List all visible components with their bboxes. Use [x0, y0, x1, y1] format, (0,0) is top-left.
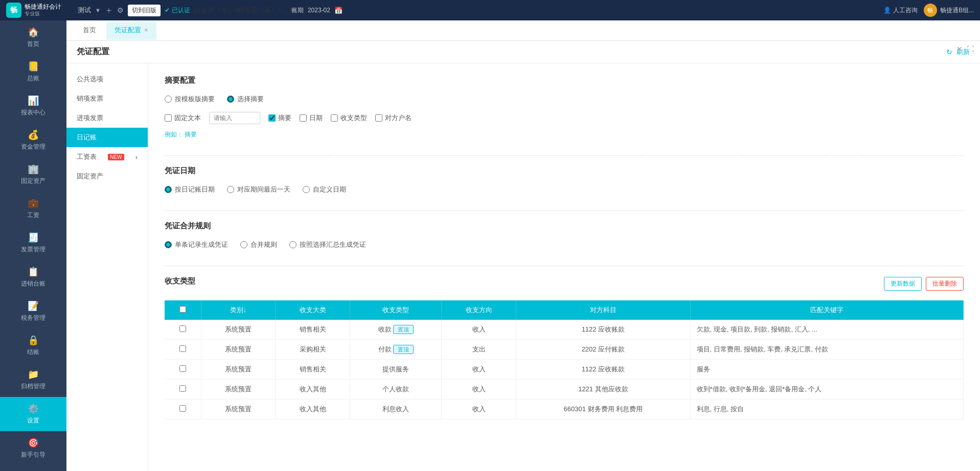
select-total-radio[interactable]	[289, 241, 297, 248]
type-checkbox[interactable]	[331, 114, 338, 122]
col-header-4: 收支方向	[442, 300, 516, 320]
cell-major-1: 采购相关	[276, 340, 350, 360]
row-checkbox-0[interactable]	[179, 325, 186, 332]
user-area[interactable]: 畅 畅捷通B组...	[924, 4, 974, 17]
checkbox-date[interactable]: 日期	[300, 113, 323, 123]
sidebar-icon-assets: 🏢	[28, 163, 39, 175]
sidebar-item-settings[interactable]: ⚙️设置	[0, 397, 66, 431]
check-icon: ✔	[165, 7, 170, 14]
tab-home-tab[interactable]: 首页	[75, 21, 104, 40]
single-radio[interactable]	[165, 241, 172, 248]
left-nav-purchase-invoice[interactable]: 进项发票	[66, 108, 148, 128]
custom-date-radio[interactable]	[303, 186, 310, 193]
sidebar-item-ledger[interactable]: 📒总账	[0, 55, 66, 89]
date-checkbox[interactable]	[300, 114, 307, 122]
merge-rule-radio[interactable]	[240, 241, 247, 248]
fixed-text-checkbox[interactable]	[165, 114, 172, 122]
tab-close-voucher-config-tab[interactable]: ×	[144, 26, 148, 34]
left-nav-fixed-assets[interactable]: 固定资产	[66, 167, 148, 186]
sidebar-label-reports: 报表中心	[21, 108, 45, 117]
sidebar-item-purchase[interactable]: 📋进销台账	[0, 260, 66, 294]
cashflow-table: 类别↓收支大类收支类型收支方向对方科目匹配关键字系统预置销售相关收款 置顶收入1…	[165, 300, 964, 419]
cell-subject-0: 1122 应收账款	[516, 320, 690, 340]
row-checkbox-2[interactable]	[179, 365, 186, 372]
cell-direction-2: 收入	[442, 360, 516, 380]
logo-icon: 畅	[6, 3, 21, 18]
radio-journal-date[interactable]: 按日记账日期	[165, 185, 215, 194]
sidebar-item-tax[interactable]: 📝税务管理	[0, 294, 66, 328]
expand-window-icon[interactable]: ⛶	[967, 45, 974, 53]
header-center: 测试 ▼ ＋ ⚙ 切到旧版 ✔ 已认证 好会计（专）+好生意（标）+... 账期…	[78, 5, 878, 16]
checkbox-type[interactable]: 收支类型	[331, 113, 367, 123]
batch-delete-button[interactable]: 批量删除	[926, 277, 964, 291]
row-checkbox-1[interactable]	[179, 345, 186, 352]
journal-date-radio[interactable]	[165, 186, 172, 193]
logo-sub: 专业版	[25, 10, 61, 17]
checkbox-summary[interactable]: 摘要	[268, 113, 291, 123]
left-nav-sales-invoice[interactable]: 销项发票	[66, 89, 148, 108]
cashflow-section: 收支类型 更新数据 批量删除 类别↓收支大类收支类型收支方向对方科目匹配关键字系…	[165, 276, 964, 419]
sidebar-item-invoice-mgmt[interactable]: 🧾发票管理	[0, 226, 66, 260]
sidebar-item-reports[interactable]: 📊报表中心	[0, 89, 66, 123]
tab-bar: 首页凭证配置×	[66, 20, 980, 41]
radio-select[interactable]: 选择摘要	[227, 95, 264, 104]
left-nav-public[interactable]: 公共选项	[66, 69, 148, 89]
sidebar-item-assets[interactable]: 🏢固定资产	[0, 157, 66, 192]
sidebar-item-close[interactable]: 🔒结账	[0, 328, 66, 363]
left-nav-label-journal: 日记账	[77, 133, 97, 142]
calendar-icon[interactable]: 📅	[334, 7, 343, 14]
sidebar-item-capital[interactable]: 💰资金管理	[0, 123, 66, 157]
checkbox-fixed-text[interactable]: 固定文本	[165, 113, 201, 123]
tab-voucher-config-tab[interactable]: 凭证配置×	[106, 21, 156, 40]
update-data-button[interactable]: 更新数据	[884, 277, 922, 291]
left-nav-label-payroll-table: 工资表	[77, 152, 97, 161]
counterpart-checkbox[interactable]	[375, 114, 382, 122]
period-value: 2023-02	[308, 7, 330, 14]
service-button[interactable]: 👤 人工咨询	[883, 6, 918, 15]
switch-version-button[interactable]: 切到旧版	[128, 5, 161, 16]
col-header-5: 对方科目	[516, 300, 690, 320]
window-controls: ✕ ⛶	[950, 41, 980, 57]
sidebar-label-purchase: 进销台账	[21, 279, 45, 288]
radio-single[interactable]: 单条记录生成凭证	[165, 240, 228, 249]
fixed-text-input[interactable]	[209, 112, 260, 124]
sidebar-item-home[interactable]: 🏠首页	[0, 20, 66, 55]
divider-1	[165, 155, 964, 156]
sidebar-item-salary[interactable]: 💼工资	[0, 192, 66, 226]
chevron-down-icon[interactable]: ▼	[95, 7, 101, 13]
select-all-checkbox[interactable]	[179, 306, 186, 313]
date-radio-group: 按日记账日期 对应期间最后一天 自定义日期	[165, 185, 964, 194]
left-nav-label-fixed-assets: 固定资产	[77, 172, 103, 181]
table-actions: 更新数据 批量删除	[884, 277, 964, 291]
radio-period-last[interactable]: 对应期间最后一天	[227, 185, 290, 194]
left-nav: 公共选项销项发票进项发票日记账工资表NEW›固定资产	[66, 63, 148, 471]
sidebar-item-archive[interactable]: 📁归档管理	[0, 363, 66, 397]
radio-select-input[interactable]	[227, 96, 234, 103]
table-row: 系统预置收入其他个人收款收入1221 其他应收款收到*借款, 收到*备用金, 退…	[165, 380, 964, 399]
header-tab-name[interactable]: 测试	[78, 6, 91, 15]
divider-3	[165, 266, 964, 266]
settings-icon[interactable]: ⚙	[117, 6, 124, 14]
page-title: 凭证配置	[77, 46, 109, 57]
period-last-radio[interactable]	[227, 186, 234, 193]
radio-merge-rule[interactable]: 合并规则	[240, 240, 277, 249]
tag-1[interactable]: 置顶	[393, 345, 414, 354]
merge-title: 凭证合并规则	[165, 221, 964, 231]
summary-checkbox[interactable]	[268, 114, 276, 122]
close-window-icon[interactable]: ✕	[956, 45, 963, 53]
tag-0[interactable]: 置顶	[393, 325, 414, 334]
row-checkbox-3[interactable]	[179, 385, 186, 392]
add-icon[interactable]: ＋	[105, 5, 113, 16]
sidebar-item-member[interactable]: 👤畅会员	[0, 465, 66, 471]
sidebar-label-invoice-mgmt: 发票管理	[21, 245, 45, 254]
left-nav-payroll-table[interactable]: 工资表NEW›	[66, 147, 148, 167]
radio-template-input[interactable]	[165, 96, 172, 103]
radio-custom-date[interactable]: 自定义日期	[303, 185, 346, 194]
col-header-1[interactable]: 类别↓	[201, 300, 276, 320]
row-checkbox-4[interactable]	[179, 405, 186, 412]
left-nav-journal[interactable]: 日记账	[66, 128, 148, 147]
radio-select-total[interactable]: 按照选择汇总生成凭证	[289, 240, 366, 249]
radio-template[interactable]: 按模板版摘要	[165, 95, 215, 104]
sidebar-item-guide[interactable]: 🎯新手引导	[0, 431, 66, 465]
checkbox-counterpart[interactable]: 对方户名	[375, 113, 412, 123]
